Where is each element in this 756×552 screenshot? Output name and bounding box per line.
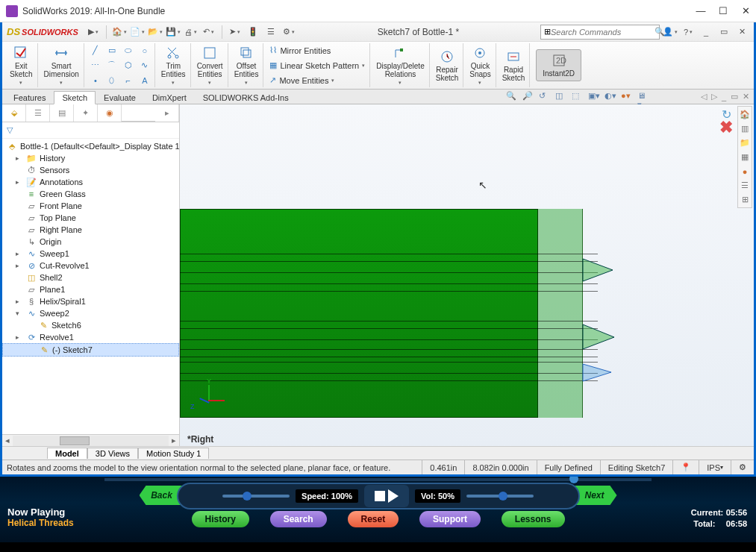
rect-tool[interactable]: ▭ <box>104 44 119 57</box>
mirror-entities-button[interactable]: ⌇⌇Mirror Entities <box>269 44 365 57</box>
tree-node[interactable]: ▱Front Plane <box>2 200 179 212</box>
support-button[interactable]: Support <box>419 511 481 527</box>
convert-entities-button[interactable]: Convert Entities ▾ <box>197 46 223 86</box>
tree-node[interactable]: ⏱Sensors <box>2 164 179 176</box>
settings-button[interactable]: ⚙ <box>281 25 296 40</box>
cancel-x-icon[interactable]: ✖ <box>719 118 733 137</box>
tab-sketch[interactable]: Sketch <box>54 91 96 104</box>
close-pane-button[interactable]: ✕ <box>734 25 749 40</box>
arc-tool[interactable]: ⌒ <box>104 59 119 72</box>
expand-icon[interactable]: ▸ <box>16 262 23 269</box>
dimxpert-manager-tab[interactable]: ✦ <box>74 104 98 122</box>
tree-node[interactable]: ▸⟳Revolve1 <box>2 331 179 343</box>
model-tab[interactable]: Model <box>47 448 87 459</box>
tree-node[interactable]: ◫Shell2 <box>2 272 179 283</box>
config-manager-tab[interactable]: ▤ <box>50 104 74 122</box>
fillet-tool[interactable]: ⌐ <box>121 74 136 87</box>
restore-pane-button[interactable]: ▭ <box>716 25 731 40</box>
expand-icon[interactable]: ▸ <box>16 178 23 186</box>
help-button[interactable]: ? <box>681 25 696 40</box>
lessons-button[interactable]: Lessons <box>502 511 565 527</box>
tree-node[interactable]: ≡Green Glass <box>2 188 179 200</box>
centerline-tool[interactable]: ⋯ <box>88 59 103 72</box>
options-list-button[interactable]: ☰ <box>263 25 278 40</box>
view-palette-icon[interactable]: ▦ <box>740 151 750 163</box>
rapid-sketch-button[interactable]: Rapid Sketch <box>502 49 525 82</box>
tab-evaluate[interactable]: Evaluate <box>96 91 144 104</box>
tree-node[interactable]: ↳Origin <box>2 236 179 248</box>
tree-node[interactable]: ▸§Helix/Spiral1 <box>2 295 179 307</box>
display-manager-tab[interactable]: ◉ <box>98 104 122 122</box>
tree-node[interactable]: ▱Top Plane <box>2 212 179 224</box>
minimize-button[interactable]: — <box>696 7 705 16</box>
pane-nav-left-icon[interactable]: ◁ <box>701 92 707 101</box>
spline-tool[interactable]: ∿ <box>137 59 152 72</box>
line-tool[interactable]: ╱ <box>88 44 103 57</box>
user-button[interactable]: 👤 <box>663 25 678 40</box>
tree-node[interactable]: ▾∿Sweep2 <box>2 307 179 319</box>
new-button[interactable]: 📄 <box>130 25 145 40</box>
history-button[interactable]: History <box>192 511 249 527</box>
previous-view-icon[interactable]: ↺ <box>539 91 551 103</box>
text-tool[interactable]: A <box>137 74 152 87</box>
tree-node[interactable]: ▸📝Annotations <box>2 176 179 188</box>
custom-props-icon[interactable]: ☰ <box>740 179 750 192</box>
pane-nav-right-icon[interactable]: ▷ <box>711 92 717 101</box>
min-pane-button[interactable]: _ <box>699 25 713 40</box>
print-button[interactable]: 🖨 <box>184 25 199 40</box>
view-orientation-icon[interactable]: ⬚ <box>572 91 584 103</box>
display-style-icon[interactable]: ▣▾ <box>588 91 600 103</box>
hide-show-icon[interactable]: ◐▾ <box>605 91 616 103</box>
tree-node[interactable]: ▸⊘Cut-Revolve1 <box>2 260 179 272</box>
rebuild-button[interactable]: 🚦 <box>246 25 260 40</box>
resources-icon[interactable]: 🏠 <box>740 108 750 121</box>
expand-icon[interactable]: ▸ <box>16 298 23 305</box>
expand-icon[interactable]: ▸ <box>16 154 23 162</box>
tree-node[interactable]: ▸∿Sweep1 <box>2 248 179 260</box>
status-units[interactable]: IPS ▾ <box>699 460 731 474</box>
point-tool[interactable]: • <box>88 74 103 87</box>
appearances-icon[interactable]: ● <box>740 165 750 178</box>
circle-tool[interactable]: ○ <box>137 44 152 57</box>
section-view-icon[interactable]: ◫ <box>555 91 567 103</box>
expand-icon[interactable]: ▾ <box>16 310 23 317</box>
open-button[interactable]: 📂 <box>148 25 163 40</box>
ellipse-tool[interactable]: ⬯ <box>104 74 119 87</box>
repair-sketch-button[interactable]: Repair Sketch <box>436 49 459 82</box>
speed-slider[interactable] <box>222 495 290 498</box>
slot-tool[interactable]: ⬭ <box>121 44 136 57</box>
volume-slider[interactable] <box>466 495 534 498</box>
save-button[interactable]: 💾 <box>166 25 181 40</box>
tree-filter[interactable]: ▽ <box>2 122 179 139</box>
tree-node[interactable]: ✎(-) Sketch7 <box>2 343 179 357</box>
exit-sketch-button[interactable]: Exit Sketch ▾ <box>10 46 33 86</box>
tree-root[interactable]: ⬘ Bottle-1 (Default<<Default>_Display St… <box>2 140 179 152</box>
polygon-tool[interactable]: ⬡ <box>121 59 136 72</box>
trim-entities-button[interactable]: Trim Entities ▾ <box>161 46 186 86</box>
tree-node[interactable]: ▸📁History <box>2 152 179 164</box>
tab-features[interactable]: Features <box>5 91 54 104</box>
expand-icon[interactable]: ▸ <box>16 250 23 257</box>
tree-node[interactable]: ▱Plane1 <box>2 283 179 295</box>
3dviews-tab[interactable]: 3D Views <box>87 448 138 459</box>
expand-icon[interactable]: ▸ <box>16 333 23 341</box>
property-manager-tab[interactable]: ☰ <box>26 104 50 122</box>
feature-tree-tab[interactable]: ⬙ <box>2 104 26 122</box>
file-explorer-icon[interactable]: 📁 <box>740 137 750 149</box>
move-entities-button[interactable]: ↗Move Entities▾ <box>269 74 365 87</box>
tree-scrollbar[interactable]: ◂ ▸ <box>2 434 179 446</box>
search-input[interactable] <box>551 28 655 37</box>
search-button[interactable]: Search <box>270 511 327 527</box>
linear-pattern-button[interactable]: ▦Linear Sketch Pattern▾ <box>269 59 365 72</box>
forum-icon[interactable]: ⊞ <box>740 193 750 206</box>
select-button[interactable]: ➤ <box>228 25 243 40</box>
quick-snaps-button[interactable]: Quick Snaps ▾ <box>469 46 490 86</box>
home-button[interactable]: 🏠 <box>112 25 127 40</box>
search-commands[interactable]: ⊞ 🔍 ▾ <box>540 25 660 40</box>
graphics-viewport[interactable]: ↻ ✖ ↖ Y Z *R <box>180 104 754 446</box>
panel-expand-icon[interactable]: ▸ <box>155 104 179 122</box>
offset-entities-button[interactable]: Offset Entities ▾ <box>234 46 259 86</box>
reset-button[interactable]: Reset <box>348 511 399 527</box>
undo-button[interactable]: ↶ <box>202 25 216 40</box>
motion-study-tab[interactable]: Motion Study 1 <box>138 448 209 459</box>
